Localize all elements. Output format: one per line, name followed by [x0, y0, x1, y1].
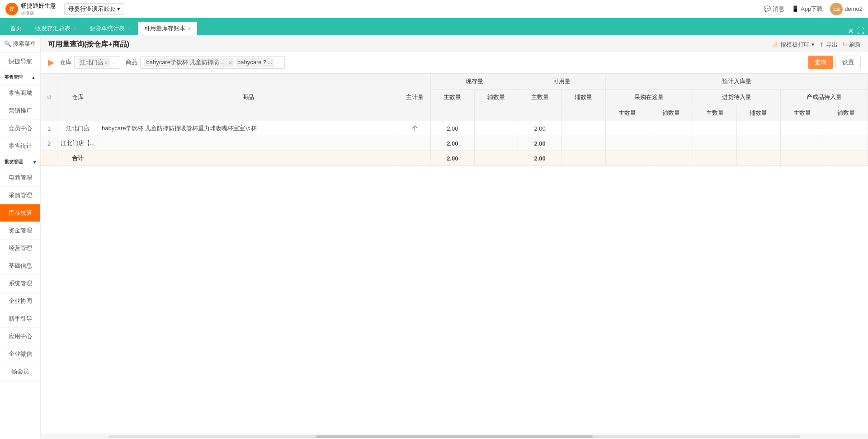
footer-product-aux: [824, 151, 868, 166]
row1-stock-aux: [474, 121, 518, 136]
close-tab-order-stat[interactable]: ×: [127, 26, 130, 31]
row2-product-aux: [824, 136, 868, 151]
footer-label: 合计: [57, 151, 98, 166]
page-header: 可用量查询(按仓库+商品) 🖨 按模板打印 ▾ ⬆ 导出 ↻ 刷新: [41, 35, 868, 52]
search-icon: 🔍: [4, 40, 11, 47]
col-product-aux: 辅数量: [824, 105, 868, 121]
row2-avail-main: 2.00: [518, 136, 562, 151]
sidebar-item-inventory[interactable]: 库存核算: [0, 204, 40, 222]
tab-receive[interactable]: 收发存汇总表 ×: [29, 22, 82, 35]
horizontal-scrollbar[interactable]: [41, 434, 868, 439]
remove-warehouse-tag[interactable]: ×: [104, 59, 108, 66]
query-button[interactable]: 查询: [808, 56, 833, 69]
close-tab-available[interactable]: ×: [188, 26, 191, 31]
sidebar-item-purchase[interactable]: 采购管理: [0, 187, 40, 204]
user-profile[interactable]: Ea demo2: [830, 3, 863, 15]
app-download-btn[interactable]: 📱 App下载: [792, 5, 823, 13]
avatar: Ea: [830, 3, 843, 15]
sidebar-item-member[interactable]: 会员中心: [0, 120, 40, 137]
data-table: ⚙ 仓库 商品 主计量 现存量 可用量 预计入库量 主数量 辅数量 主数量 辅数…: [41, 73, 868, 166]
sidebar-item-finance[interactable]: 资金管理: [0, 222, 40, 240]
top-bar: 好 畅捷通好生意 标准版 母婴行业演示账套 ▾ 💬 消息 📱 App下载 Ea …: [0, 0, 868, 18]
industry-selector[interactable]: 母婴行业演示账套 ▾: [64, 3, 124, 15]
col-stock-main: 主数量: [430, 90, 474, 105]
row2-num: 2: [41, 136, 57, 151]
sidebar-item-marketing[interactable]: 营销推广: [0, 102, 40, 120]
row1-goods: babycare学饮杯 儿童防摔防撞吸管杯重力球吸嘴杯宝宝水杯: [98, 121, 399, 136]
sidebar-item-retail-stat[interactable]: 零售统计: [0, 137, 40, 155]
col-warehouse: 仓库: [57, 74, 98, 121]
sidebar-item-ecommerce[interactable]: 电商管理: [0, 169, 40, 187]
tab-home[interactable]: 首页: [4, 22, 28, 35]
row2-inbound-main: [693, 136, 737, 151]
refresh-icon: ↻: [842, 41, 847, 48]
col-stock-aux: 辅数量: [474, 90, 518, 105]
sidebar-item-app-center[interactable]: 应用中心: [0, 328, 40, 345]
app-icon: 📱: [792, 5, 799, 12]
content-area: 可用量查询(按仓库+商品) 🖨 按模板打印 ▾ ⬆ 导出 ↻ 刷新 ▶: [41, 35, 868, 439]
sidebar-item-wechat[interactable]: 企业微信: [0, 345, 40, 363]
col-stock-group: 现存量: [430, 74, 518, 90]
filter-toggle-btn[interactable]: ▶: [48, 57, 54, 67]
remove-goods-tag-1[interactable]: ×: [228, 59, 232, 66]
sidebar-item-retail-mgmt[interactable]: 零售管理 ▲: [0, 71, 40, 85]
footer-avail-main: 2.00: [518, 151, 562, 166]
sidebar-item-wholesale-mgmt[interactable]: 批发管理 ▾: [0, 155, 40, 169]
tab-close-all[interactable]: ✕: [848, 27, 854, 35]
col-inbound-pending: 进货待入量: [693, 90, 780, 105]
table-row: 1 江北门店 babycare学饮杯 儿童防摔防撞吸管杯重力球吸嘴杯宝宝水杯 个…: [41, 121, 868, 136]
col-purchase-aux: 辅数量: [649, 105, 693, 121]
row2-goods: [98, 136, 399, 151]
goods-tag-1: babycare学饮杯 儿童防摔防撞吸管杯重力球吸嘴杯宝宝水杯 ×: [144, 58, 234, 67]
page-actions: 🖨 按模板打印 ▾ ⬆ 导出 ↻ 刷新: [773, 41, 861, 49]
sidebar-item-enterprise[interactable]: 企业协同: [0, 293, 40, 310]
col-avail-aux: 辅数量: [562, 90, 606, 105]
col-settings: ⚙: [41, 74, 57, 121]
row2-inbound-aux: [736, 136, 780, 151]
filter-bar: ▶ 仓库 江北门店 × ··· 商品 babycare学饮杯 儿童防摔防撞吸管杯…: [41, 52, 868, 73]
row2-stock-main: 2.00: [430, 136, 474, 151]
print-btn[interactable]: 🖨 按模板打印 ▾: [773, 41, 815, 49]
tab-order-stat[interactable]: 要货单统计表 ×: [83, 22, 137, 35]
row1-inbound-main: [693, 121, 737, 136]
sidebar-search[interactable]: 🔍 搜索菜单: [0, 35, 40, 53]
scrollbar-thumb[interactable]: [316, 435, 593, 438]
logo: 好 畅捷通好生意 标准版: [5, 2, 56, 16]
sidebar-item-member2[interactable]: 畅会员: [0, 363, 40, 381]
close-tab-receive[interactable]: ×: [73, 26, 76, 31]
table-row: 2 江北门店【... 2.00 2.00: [41, 136, 868, 151]
footer-purchase-aux: [649, 151, 693, 166]
main-layout: 🔍 搜索菜单 快捷导航 零售管理 ▲ 零售商城 营销推广 会员中心 零售统计 批…: [0, 35, 868, 439]
row1-stock-main: 2.00: [430, 121, 474, 136]
col-forecast-group: 预计入库量: [605, 74, 868, 90]
row2-purchase-aux: [649, 136, 693, 151]
message-btn[interactable]: 💬 消息: [764, 5, 784, 13]
export-btn[interactable]: ⬆ 导出: [819, 41, 838, 49]
logo-text: 畅捷通好生意 标准版: [21, 2, 56, 16]
sidebar-item-operations[interactable]: 经营管理: [0, 240, 40, 257]
goods-input[interactable]: babycare学饮杯 儿童防摔防撞吸管杯重力球吸嘴杯宝宝水杯 × babyca…: [140, 56, 285, 69]
tab-bar: 首页 收发存汇总表 × 要货单统计表 × 可用量库存账本 × ✕ ⛶: [0, 18, 868, 35]
row2-unit: [399, 136, 430, 151]
sidebar-item-system[interactable]: 系统管理: [0, 275, 40, 293]
message-icon: 💬: [764, 5, 771, 12]
col-purchase-transit: 采购在途量: [605, 90, 693, 105]
col-product-main: 主数量: [780, 105, 824, 121]
col-purchase-main: 主数量: [605, 105, 649, 121]
refresh-btn[interactable]: ↻ 刷新: [842, 41, 861, 49]
settings-icon[interactable]: ⚙: [47, 94, 52, 101]
footer-stock-main: 2.00: [430, 151, 474, 166]
sidebar-item-basic-info[interactable]: 基础信息: [0, 257, 40, 275]
tab-available[interactable]: 可用量库存账本 ×: [138, 22, 197, 35]
settings-button[interactable]: 设置: [835, 56, 861, 69]
warehouse-input[interactable]: 江北门店 × ···: [74, 56, 120, 69]
sidebar-item-nav[interactable]: 快捷导航: [0, 53, 40, 71]
filter-actions: 查询 设置: [808, 56, 861, 69]
goods-filter: 商品 babycare学饮杯 儿童防摔防撞吸管杯重力球吸嘴杯宝宝水杯 × bab…: [126, 56, 285, 69]
logo-icon: 好: [5, 3, 18, 15]
tab-maximize[interactable]: ⛶: [857, 27, 864, 35]
sidebar-item-retail-mall[interactable]: 零售商城: [0, 85, 40, 102]
table-footer: 合计 2.00 2.00: [41, 151, 868, 166]
col-unit: 主计量: [399, 74, 430, 121]
sidebar-item-onboarding[interactable]: 新手引导: [0, 310, 40, 328]
